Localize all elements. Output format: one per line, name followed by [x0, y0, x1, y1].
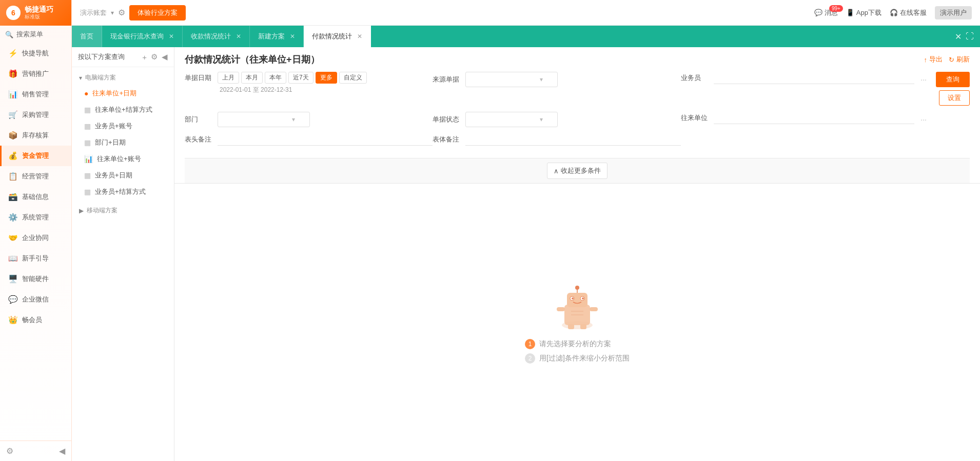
- sidebar-item-enterprise[interactable]: 🤝 企业协同: [0, 228, 71, 248]
- svg-point-7: [572, 297, 574, 299]
- sidebar-label-finance: 资金管理: [22, 151, 49, 161]
- tabbar-close-icon[interactable]: ✕: [955, 32, 962, 42]
- scheme-salesman-account[interactable]: ▦ 业务员+账号: [72, 118, 174, 134]
- tab-new-scheme-close[interactable]: ✕: [290, 33, 295, 40]
- tab-payment-close[interactable]: ✕: [357, 33, 362, 40]
- sidebar-item-hardware[interactable]: 🖥️ 智能硬件: [0, 269, 71, 289]
- sidebar-label-hardware: 智能硬件: [22, 274, 49, 284]
- export-btn[interactable]: ↑ 导出: [924, 55, 943, 64]
- sidebar-item-purchase[interactable]: 🛒 采购管理: [0, 105, 71, 125]
- date-filter: 单据日期 上月 本月 本年 近7天 更多 自定义: [185, 72, 433, 94]
- scheme-chart-icon: 📊: [84, 155, 93, 163]
- company-dropdown-arrow[interactable]: ▾: [111, 9, 114, 16]
- scheme-partner-date[interactable]: ● 往来单位+日期: [72, 85, 174, 102]
- partner-input[interactable]: [714, 112, 915, 124]
- sidebar-item-system[interactable]: ⚙️ 系统管理: [0, 207, 71, 228]
- footer-collapse-icon[interactable]: ◀: [59, 446, 65, 456]
- scheme-partner-account[interactable]: 📊 往来单位+账号: [72, 151, 174, 167]
- sidebar-item-marketing[interactable]: 🎁 营销推广: [0, 64, 71, 84]
- sidebar-nav: ⚡ 快捷导航 🎁 营销推广 📊 销售管理 🛒 采购管理 📦 库存核算 💰 资金管…: [0, 43, 71, 440]
- sidebar-label-wechat: 企业微信: [22, 295, 49, 304]
- dept-filter: 部门 ▾: [185, 112, 433, 127]
- scheme-dept-date[interactable]: ▦ 部门+日期: [72, 134, 174, 151]
- scheme-table-icon-1: ▦: [84, 106, 91, 114]
- date-btn-custom[interactable]: 自定义: [339, 72, 367, 84]
- user-name: 演示用户: [940, 9, 967, 16]
- service-icon: 🎧: [890, 9, 898, 16]
- scheme-partner-settle[interactable]: ▦ 往来单位+结算方式: [72, 102, 174, 118]
- notice-badge: 99+: [829, 5, 843, 12]
- sidebar-label-sales: 销售管理: [22, 90, 49, 99]
- tabbar-expand-icon[interactable]: ⛶: [966, 32, 974, 41]
- tab-receipt-stats[interactable]: 收款情况统计 ✕: [183, 26, 250, 47]
- query-btn[interactable]: 查询: [936, 72, 970, 87]
- tab-cash-flow-label: 现金银行流水查询: [110, 32, 164, 41]
- source-doc-select[interactable]: ▾: [465, 72, 558, 87]
- sidebar-item-guide[interactable]: 📖 新手引导: [0, 248, 71, 269]
- panel-settings-btn[interactable]: ⚙: [151, 52, 158, 62]
- salesman-dots[interactable]: ...: [918, 74, 929, 82]
- basic-icon: 🗃️: [8, 192, 18, 202]
- tab-cash-flow[interactable]: 现金银行流水查询 ✕: [102, 26, 183, 47]
- date-btn-last-month[interactable]: 上月: [218, 72, 239, 84]
- dept-select[interactable]: ▾: [218, 112, 310, 127]
- tab-cash-flow-close[interactable]: ✕: [169, 33, 174, 40]
- svg-rect-11: [568, 324, 574, 329]
- doc-status-label: 单据状态: [433, 115, 461, 124]
- filter-action-btns: 查询 设置: [929, 72, 970, 106]
- sidebar-item-quick-nav[interactable]: ⚡ 快捷导航: [0, 43, 71, 64]
- sidebar-logo: 6: [6, 6, 21, 20]
- header-note-input[interactable]: [218, 133, 433, 146]
- tab-payment-stats[interactable]: 付款情况统计 ✕: [304, 26, 371, 47]
- tab-new-scheme[interactable]: 新建方案 ✕: [250, 26, 304, 47]
- sidebar-item-sales[interactable]: 📊 销售管理: [0, 84, 71, 105]
- tab-home[interactable]: 首页: [72, 26, 102, 47]
- topbar-settings-icon[interactable]: ⚙: [118, 8, 125, 17]
- tab-receipt-close[interactable]: ✕: [236, 33, 241, 40]
- settings-btn[interactable]: 设置: [939, 90, 970, 106]
- mobile-group-title[interactable]: ▶ 移动端方案: [72, 203, 174, 218]
- sidebar-search[interactable]: 🔍 搜索菜单: [0, 26, 71, 43]
- topbar-left: 演示账套 ▾ ⚙ 体验行业方案: [80, 5, 809, 21]
- sidebar-item-finance[interactable]: 💰 资金管理: [0, 146, 71, 166]
- footer-settings-icon[interactable]: ⚙: [6, 446, 13, 456]
- scheme-salesman-account-label: 业务员+账号: [95, 122, 132, 131]
- trial-btn[interactable]: 体验行业方案: [129, 5, 186, 21]
- panel-collapse-btn[interactable]: ◀: [162, 52, 168, 62]
- body-note-input[interactable]: [465, 133, 680, 146]
- service-btn[interactable]: 🎧 在线客服: [890, 8, 927, 17]
- partner-dots[interactable]: ...: [918, 114, 929, 122]
- collapse-btn[interactable]: ∧ 收起更多条件: [547, 163, 607, 179]
- scheme-table-icon-4: ▦: [84, 171, 91, 179]
- tab-payment-stats-label: 付款情况统计: [312, 32, 352, 41]
- panel-title: 按以下方案查询: [78, 52, 125, 62]
- member-icon: 👑: [8, 315, 18, 325]
- wechat-icon: 💬: [8, 294, 18, 305]
- desktop-group-title[interactable]: ▾ 电脑端方案: [72, 70, 174, 85]
- date-btn-this-month[interactable]: 本月: [241, 72, 263, 84]
- scheme-partner-settle-label: 往来单位+结算方式: [95, 105, 152, 114]
- sidebar-item-inventory[interactable]: 📦 库存核算: [0, 125, 71, 146]
- search-icon: 🔍: [5, 31, 13, 38]
- refresh-btn[interactable]: ↻ 刷新: [949, 55, 970, 64]
- sidebar-label-operation: 经营管理: [22, 172, 49, 181]
- sidebar-item-operation[interactable]: 📋 经营管理: [0, 166, 71, 187]
- doc-status-select[interactable]: ▾: [465, 112, 558, 127]
- date-btn-this-year[interactable]: 本年: [265, 72, 286, 84]
- date-btn-more[interactable]: 更多: [316, 72, 337, 84]
- sidebar-item-member[interactable]: 👑 畅会员: [0, 310, 71, 330]
- app-download-btn[interactable]: 📱 App下载: [846, 8, 881, 17]
- user-menu[interactable]: 演示用户: [935, 6, 972, 19]
- inventory-icon: 📦: [8, 130, 18, 141]
- panel-add-btn[interactable]: +: [142, 53, 147, 62]
- scheme-salesman-settle[interactable]: ▦ 业务员+结算方式: [72, 184, 174, 200]
- sidebar-label-marketing: 营销推广: [22, 69, 49, 78]
- salesman-input[interactable]: [714, 72, 915, 84]
- svg-rect-9: [557, 307, 565, 311]
- sidebar-item-basic[interactable]: 🗃️ 基础信息: [0, 187, 71, 207]
- notice-btn[interactable]: 💬 消息 99+: [814, 8, 838, 17]
- date-btn-last-7days[interactable]: 近7天: [288, 72, 313, 84]
- sidebar-item-wechat[interactable]: 💬 企业微信: [0, 289, 71, 310]
- sidebar-brand: 畅捷通巧 标准版: [25, 5, 53, 21]
- scheme-salesman-date[interactable]: ▦ 业务员+日期: [72, 167, 174, 184]
